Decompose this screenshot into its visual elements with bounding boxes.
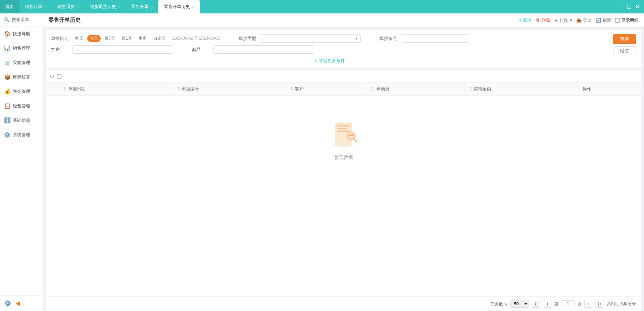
filter-row-2: 客户 ... 商品 ... [51,45,608,54]
export-icon: 📤 [576,18,582,23]
nav-tabs: 首页销售订单×销货退货×销货退货历史×零售开单×零售开单历史× [0,0,615,13]
export-button[interactable]: 📤 导出 [576,17,592,23]
collapse-sidebar-icon[interactable]: ◀ [15,300,20,307]
date-label: 单据日期 [51,36,70,42]
delete-button[interactable]: 🗑 删除 [536,17,550,23]
th-5: 操作 [578,83,641,96]
th-2[interactable]: ⇅客户 [286,83,367,96]
last-page-btn[interactable]: ⟩⟩ [595,300,604,308]
add-button[interactable]: + 新增 [519,17,532,23]
nav-tab-close-4[interactable]: × [151,4,153,9]
sidebar-item-3[interactable]: 📦库存核算 [0,70,43,84]
settings-button[interactable]: 设置 [613,46,636,56]
page-size-select[interactable]: 50 10 20 100 [510,300,529,308]
svg-rect-3 [337,128,347,129]
content-area: 零售开单历史 + 新增 🗑 删除 🖨 打印 ▾ 📤 导出 [43,13,644,311]
sidebar-item-2[interactable]: 🛒采购管理 [0,55,43,70]
query-button[interactable]: 查询 [613,34,636,44]
sidebar-item-icon-2: 🛒 [4,59,10,66]
settings-bottom-icon[interactable]: ⚙️ [4,300,11,307]
nav-tab-2[interactable]: 销货退货× [52,0,85,13]
show-detail-checkbox[interactable]: 显示明细 [615,17,639,23]
date-btn-5[interactable]: 自定义 [151,35,168,42]
table-toolbar: ⚙ [46,70,641,83]
svg-line-7 [354,139,357,142]
col-sort-icon-3: ⇅ [371,86,375,91]
page-input[interactable] [561,300,575,307]
refresh-button[interactable]: 🔄 刷新 [596,17,611,23]
sidebar-item-0[interactable]: 🏠快捷导航 [0,27,43,41]
nav-tab-4[interactable]: 零售开单× [126,0,158,13]
query-settings-col: 查询 设置 [608,34,636,56]
page-title: 零售开单历史 [48,17,81,24]
date-btn-0[interactable]: 昨天 [72,35,86,42]
nav-tab-label-5: 零售开单历史 [164,4,190,10]
pagination: 每页显示 50 10 20 100 ⟨⟨ ⟨ 第 页 ⟩ ⟩⟩ 共0页, 0条记… [46,296,641,311]
page-header: 零售开单历史 + 新增 🗑 删除 🖨 打印 ▾ 📤 导出 [43,13,644,28]
sidebar-item-label-6: 基础信息 [13,117,30,123]
svg-rect-4 [337,131,349,132]
sidebar-item-4[interactable]: 💰资金管理 [0,84,43,99]
collapse-row[interactable]: ∧ 收起更多条件 [51,56,608,64]
nav-tab-close-2[interactable]: × [77,4,79,9]
page-label: 第 [554,301,558,307]
nav-tab-0[interactable]: 首页 [0,0,19,13]
date-btn-3[interactable]: 近1月 [119,35,135,42]
print-button[interactable]: 🖨 打印 ▾ [554,17,572,23]
date-btn-4[interactable]: 更多 [136,35,149,42]
col-sort-icon-1: ⇅ [177,86,181,91]
date-btn-1[interactable]: 今天 [87,35,101,42]
date-btn-2[interactable]: 近7天 [102,35,118,42]
number-label: 单据编号 [380,36,398,42]
sidebar-item-icon-6: ℹ️ [4,117,10,123]
svg-point-9 [351,134,353,136]
nav-tab-label-2: 销货退货 [57,4,75,10]
next-page-btn[interactable]: ⟩ [584,300,592,308]
nav-tab-close-1[interactable]: × [44,4,47,9]
sidebar-search-label: 搜索采单 [12,17,29,23]
select-all-checkbox[interactable] [57,74,61,79]
th-4[interactable]: ⇅实销金额 [465,83,578,96]
show-detail-input[interactable] [615,18,620,23]
svg-rect-2 [337,125,350,126]
type-label: 单据类型 [239,36,257,42]
add-icon: + [519,18,522,23]
sidebar-item-5[interactable]: 📋经营管理 [0,99,43,113]
nav-tab-close-5[interactable]: × [192,4,194,9]
goods-select[interactable]: ... [213,45,314,54]
goods-placeholder: ... [216,47,220,52]
sidebar-item-7[interactable]: ⚙️系统管理 [0,127,43,142]
type-select[interactable]: ▾ [260,34,361,43]
sidebar-item-1[interactable]: 📊销售管理 [0,41,43,55]
delete-label: 删除 [541,17,550,23]
sidebar-item-6[interactable]: ℹ️基础信息 [0,113,43,127]
sidebar-item-icon-3: 📦 [4,74,10,80]
print-icon: 🖨 [554,18,558,23]
maximize-btn[interactable]: □ [627,3,631,10]
minimize-btn[interactable]: ─ [619,3,623,10]
th-1[interactable]: ⇅单据编号 [172,83,286,96]
first-page-btn[interactable]: ⟨⟨ [532,300,541,308]
refresh-icon: 🔄 [596,18,601,23]
th-3[interactable]: ⇅导购员 [367,83,465,96]
filter-main-row: 单据日期 昨天今天近7天近1月更多自定义 2023-06-02 至 2023-0… [51,34,636,64]
nav-tab-1[interactable]: 销售订单× [19,0,52,13]
nav-tab-5[interactable]: 零售开单历史× [158,0,200,13]
th-select [46,83,59,96]
column-settings-icon[interactable]: ⚙ [50,73,54,80]
sidebar-search[interactable]: 🔍 搜索采单 [0,13,43,27]
customer-placeholder: ... [76,47,79,52]
customer-select[interactable]: ... [72,45,173,54]
empty-state-icon [327,116,360,149]
close-window-btn[interactable]: ✕ [635,3,640,10]
page-actions: + 新增 🗑 删除 🖨 打印 ▾ 📤 导出 🔄 [519,17,639,23]
refresh-label: 刷新 [602,17,611,23]
th-0[interactable]: ⇅单据日期 [59,83,172,96]
prev-page-btn[interactable]: ⟨ [544,300,551,308]
number-input[interactable] [401,34,468,43]
nav-tab-close-3[interactable]: × [118,4,120,9]
sidebar-item-label-7: 系统管理 [13,132,30,138]
top-nav: 首页销售订单×销货退货×销货退货历史×零售开单×零售开单历史× ─ □ ✕ [0,0,644,13]
goods-label: 商品 [192,47,211,53]
nav-tab-3[interactable]: 销货退货历史× [85,0,126,13]
